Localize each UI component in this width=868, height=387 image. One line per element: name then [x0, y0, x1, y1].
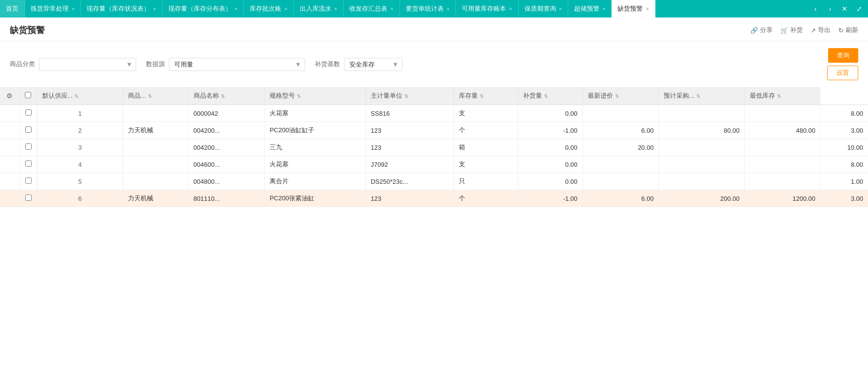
row-supplier: [123, 105, 189, 122]
share-button[interactable]: 🔗 分享: [750, 26, 773, 35]
datasource-select[interactable]: 可用量: [169, 58, 305, 71]
row-checkbox[interactable]: [25, 194, 32, 201]
tab-batch[interactable]: 库存批次账 ×: [244, 0, 293, 18]
row-unit: 只: [453, 173, 518, 190]
refresh-button[interactable]: ↻ 刷新: [838, 26, 858, 35]
datasource-select-wrap: 可用量 ▼: [169, 58, 305, 71]
row-unit: 支: [453, 105, 518, 122]
row-spec: J7092: [365, 156, 453, 173]
table-row[interactable]: 2 力天机械 004200... PC200油缸缸子 123 个 -1.00 6…: [0, 122, 868, 139]
datasource-label: 数据源: [146, 60, 165, 69]
sort-icon[interactable]: ⇅: [615, 93, 619, 99]
close-icon[interactable]: ×: [153, 6, 156, 12]
tab-home[interactable]: 首页: [0, 0, 25, 18]
row-stock: 0.00: [518, 156, 583, 173]
nav-expand-button[interactable]: ⤢: [852, 2, 866, 16]
row-product-code: 0000042: [188, 105, 265, 122]
table-row[interactable]: 6 力天机械 801110... PC200张紧油缸 123 个 -1.00 6…: [0, 190, 868, 207]
row-replenish: 6.00: [582, 122, 659, 139]
replenish-button[interactable]: 🛒 补货: [780, 26, 803, 35]
close-icon[interactable]: ×: [390, 6, 393, 12]
tab-shortage[interactable]: 缺货预警 ×: [612, 0, 655, 18]
sort-icon[interactable]: ⇅: [148, 93, 152, 99]
tab-inventory-status[interactable]: 现存量（库存状况表） ×: [81, 0, 162, 18]
row-latest-price: 200.00: [659, 190, 745, 207]
row-num: 1: [37, 105, 123, 122]
row-stock: 0.00: [518, 173, 583, 190]
row-supplier: 力天机械: [123, 190, 189, 207]
tab-picking[interactable]: 拣货异常处理 ×: [25, 0, 81, 18]
export-icon: ↗: [811, 27, 816, 34]
tab-flow[interactable]: 出入库流水 ×: [294, 0, 344, 18]
tab-available[interactable]: 可用量库存账本 ×: [456, 0, 518, 18]
sort-icon[interactable]: ⇅: [777, 93, 781, 99]
row-checkbox[interactable]: [25, 177, 32, 184]
sort-icon[interactable]: ⇅: [221, 93, 225, 99]
row-unit: 支: [453, 156, 518, 173]
row-checkbox-cell: [19, 190, 37, 207]
sort-icon[interactable]: ⇅: [404, 93, 408, 99]
query-button[interactable]: 查询: [828, 48, 858, 63]
row-num: 5: [37, 173, 123, 190]
sort-icon[interactable]: ⇅: [297, 93, 301, 99]
settings-button[interactable]: 设置: [827, 66, 858, 80]
category-select[interactable]: [39, 58, 136, 71]
row-checkbox-cell: [19, 156, 37, 173]
row-product-name: 三九: [265, 139, 366, 156]
close-icon[interactable]: ×: [72, 6, 74, 12]
tab-overstock[interactable]: 超储预警 ×: [568, 0, 612, 18]
data-table-wrap: ⚙ 默认供应... ⇅ 商品... ⇅: [0, 87, 868, 207]
close-icon[interactable]: ×: [235, 6, 237, 12]
row-checkbox[interactable]: [25, 143, 32, 150]
export-button[interactable]: ↗ 导出: [811, 26, 831, 35]
row-product-code: 004600...: [188, 156, 265, 173]
tab-inventory-dist[interactable]: 现存量（库存分布表） ×: [163, 0, 244, 18]
row-checkbox[interactable]: [25, 160, 32, 167]
replenish-base-select[interactable]: 安全库存: [344, 58, 402, 71]
tab-order-stats[interactable]: 要货单统计表 ×: [400, 0, 456, 18]
stock-col-header: 库存量 ⇅: [453, 87, 518, 105]
close-icon[interactable]: ×: [509, 6, 512, 12]
table-row[interactable]: 5 004800... 离合片 DS250*23c... 只 0.00 1.00: [0, 173, 868, 190]
sort-icon[interactable]: ⇅: [696, 93, 700, 99]
row-checkbox-cell: [19, 139, 37, 156]
main-content: 缺货预警 🔗 分享 🛒 补货 ↗ 导出 ↻ 刷新 商品分类: [0, 18, 868, 387]
sort-icon[interactable]: ⇅: [74, 93, 78, 99]
table-row[interactable]: 1 0000042 火花塞 SS816 支 0.00 8.00: [0, 105, 868, 122]
row-latest-price: [659, 156, 745, 173]
row-latest-price: [659, 173, 745, 190]
nav-close-button[interactable]: ✕: [838, 2, 851, 16]
table-row[interactable]: 3 004200... 三九 123 箱 0.00 20.00 10.00: [0, 139, 868, 156]
sort-icon[interactable]: ⇅: [544, 93, 548, 99]
product-code-col-header: 商品... ⇅: [123, 87, 189, 105]
tab-expiry[interactable]: 保质期查询 ×: [519, 0, 568, 18]
nav-next-button[interactable]: ›: [823, 2, 837, 16]
page-title: 缺货预警: [10, 24, 45, 36]
table-row[interactable]: 4 004600... 火花塞 J7092 支 0.00 8.00: [0, 156, 868, 173]
sort-icon[interactable]: ⇅: [480, 93, 484, 99]
row-est-purchase: [745, 139, 821, 156]
row-checkbox[interactable]: [25, 109, 32, 116]
gear-icon[interactable]: ⚙: [6, 92, 13, 100]
row-unit: 个: [453, 122, 518, 139]
row-product-name: PC200油缸缸子: [265, 122, 366, 139]
close-icon[interactable]: ×: [646, 6, 649, 12]
close-icon[interactable]: ×: [559, 6, 562, 12]
category-select-wrap: ▼: [39, 58, 136, 71]
tab-summary[interactable]: 收发存汇总表 ×: [344, 0, 399, 18]
page-header: 缺货预警 🔗 分享 🛒 补货 ↗ 导出 ↻ 刷新: [0, 18, 868, 41]
row-checkbox[interactable]: [25, 126, 32, 133]
close-icon[interactable]: ×: [447, 6, 450, 12]
close-icon[interactable]: ×: [602, 6, 605, 12]
close-icon[interactable]: ×: [284, 6, 287, 12]
nav-prev-button[interactable]: ‹: [809, 2, 822, 16]
row-min-stock: 8.00: [820, 105, 868, 122]
row-replenish: [582, 156, 659, 173]
row-stock: 0.00: [518, 105, 583, 122]
datasource-filter-group: 数据源 可用量 ▼: [146, 58, 305, 71]
row-spec: 123: [365, 122, 453, 139]
replenish-label: 补货基数: [315, 60, 340, 69]
row-supplier: [123, 139, 189, 156]
close-icon[interactable]: ×: [334, 6, 337, 12]
select-all-checkbox[interactable]: [25, 92, 31, 98]
